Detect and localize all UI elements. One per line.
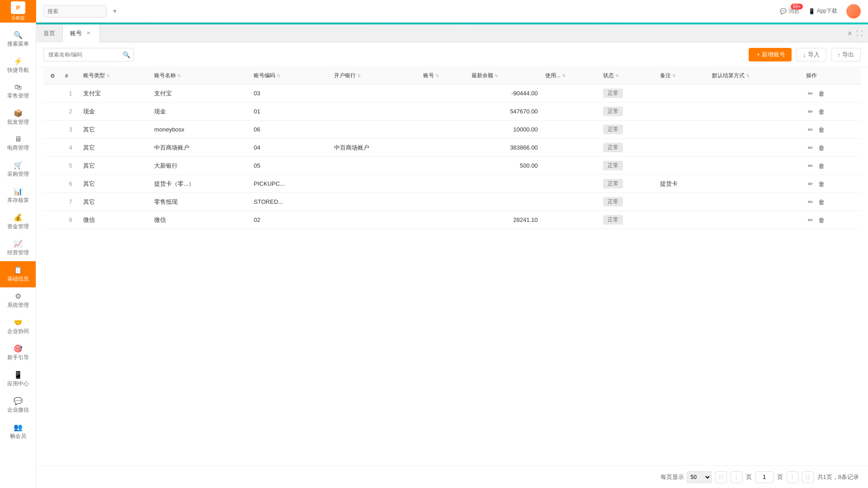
cell-balance-5: [468, 175, 542, 193]
cell-type-5: 其它: [80, 175, 151, 193]
search-button[interactable]: 🔍: [123, 51, 130, 58]
sidebar-item-1[interactable]: ⚡ 快捷导航: [0, 52, 36, 79]
export-button[interactable]: ↑ 导出: [831, 48, 861, 61]
tab-close-window-icon[interactable]: ✕: [847, 30, 853, 37]
header-dropdown-arrow[interactable]: ▼: [112, 8, 118, 14]
sidebar-item-10[interactable]: ⚙ 系统管理: [0, 287, 36, 314]
cell-balance-0: -90444.00: [468, 84, 542, 103]
sidebar-item-2[interactable]: 🛍 零售管理: [0, 79, 36, 104]
page-size-select[interactable]: 50 20 100: [687, 471, 712, 483]
cell-name-1: 现金: [151, 103, 250, 121]
cell-type-7: 微信: [80, 211, 151, 229]
next-page-button[interactable]: ⟩: [787, 471, 798, 483]
sidebar-item-14[interactable]: 💬 企业微信: [0, 392, 36, 418]
cell-num-7: 8: [61, 211, 80, 229]
edit-button-5[interactable]: ✏: [806, 179, 815, 188]
delete-button-6[interactable]: 🗑: [816, 197, 826, 206]
sidebar-item-13[interactable]: 📱 应用中心: [0, 366, 36, 392]
th-code[interactable]: 账号编码⇅: [250, 67, 330, 84]
sidebar-label-0: 搜索菜单: [7, 40, 29, 48]
th-usage[interactable]: 使用...⇅: [542, 67, 599, 84]
edit-button-6[interactable]: ✏: [806, 197, 815, 206]
tab-account[interactable]: 账号 ✕: [63, 24, 100, 42]
cell-operation-6: ✏ 🗑: [802, 193, 861, 211]
sidebar-item-15[interactable]: 👥 畅会员: [0, 418, 36, 445]
total-label: 共1页，8条记录: [817, 473, 859, 481]
delete-button-7[interactable]: 🗑: [816, 216, 826, 225]
tab-home[interactable]: 首页: [36, 24, 63, 42]
sidebar-item-3[interactable]: 📦 批发管理: [0, 104, 36, 131]
edit-button-1[interactable]: ✏: [806, 107, 815, 116]
delete-button-2[interactable]: 🗑: [816, 125, 826, 134]
edit-button-2[interactable]: ✏: [806, 125, 815, 134]
cell-settings-7: [43, 211, 61, 229]
th-account[interactable]: 账号⇅: [420, 67, 468, 84]
sidebar-icon-3: 📦: [14, 109, 23, 117]
delete-button-3[interactable]: 🗑: [816, 143, 826, 152]
cell-operation-5: ✏ 🗑: [802, 175, 861, 193]
cell-type-3: 其它: [80, 139, 151, 157]
th-name[interactable]: 账号名称⇅: [151, 67, 250, 84]
cell-name-4: 大新银行: [151, 157, 250, 175]
app-download-label: App下载: [817, 7, 837, 15]
th-balance[interactable]: 最新余额⇅: [468, 67, 542, 84]
sidebar-item-8[interactable]: 📈 经营管理: [0, 235, 36, 261]
th-settings[interactable]: ⚙: [43, 67, 61, 84]
sidebar-item-4[interactable]: 🖥 电商管理: [0, 131, 36, 156]
sidebar-label-6: 库存核算: [7, 197, 29, 204]
cell-operation-1: ✏ 🗑: [802, 103, 861, 121]
tab-maximize-icon[interactable]: ⛶: [856, 30, 863, 37]
sidebar-icon-15: 👥: [14, 423, 23, 432]
cell-bank-1: [330, 103, 420, 121]
th-bank[interactable]: 开户银行⇅: [330, 67, 420, 84]
first-page-button[interactable]: ⟨⟨: [715, 471, 727, 483]
header-search-input[interactable]: [43, 5, 107, 18]
th-type[interactable]: 账号类型⇅: [80, 67, 151, 84]
sidebar-label-2: 零售管理: [7, 92, 29, 100]
sidebar-item-6[interactable]: 📊 库存核算: [0, 183, 36, 209]
user-avatar[interactable]: [846, 4, 861, 19]
sidebar-label-15: 畅会员: [10, 432, 26, 440]
import-button[interactable]: ↓ 导入: [796, 48, 826, 61]
search-input[interactable]: [43, 48, 134, 61]
table-wrap: ⚙ # 账号类型⇅ 账号名称⇅ 账号编码⇅ 开户银行⇅ 账号⇅ 最新余额⇅ 使用…: [36, 67, 868, 465]
delete-button-4[interactable]: 🗑: [816, 161, 826, 170]
th-default-payment[interactable]: 默认结算方式⇅: [708, 67, 802, 84]
sidebar-item-5[interactable]: 🛒 采购管理: [0, 156, 36, 183]
table-row: 5 其它 大新银行 05 500.00 正常 ✏ 🗑: [43, 157, 861, 175]
prev-page-button[interactable]: ⟨: [731, 471, 742, 483]
cell-status-2: 正常: [599, 121, 656, 139]
sidebar-item-0[interactable]: 🔍 搜索菜单: [0, 26, 36, 52]
cell-usage-3: [542, 139, 599, 157]
sidebar-item-12[interactable]: 🎯 新手引导: [0, 340, 36, 366]
cell-default-payment-0: [708, 84, 802, 103]
edit-button-7[interactable]: ✏: [806, 216, 815, 225]
cell-type-1: 现金: [80, 103, 151, 121]
cell-settings-6: [43, 193, 61, 211]
app-download-button[interactable]: 📱 App下载: [808, 7, 837, 15]
last-page-button[interactable]: ⟩⟩: [802, 471, 814, 483]
edit-button-0[interactable]: ✏: [806, 89, 815, 98]
sidebar-item-11[interactable]: 🤝 企业协同: [0, 314, 36, 340]
add-account-button[interactable]: + 新增账号: [749, 48, 792, 61]
edit-button-3[interactable]: ✏: [806, 143, 815, 152]
cell-settings-5: [43, 175, 61, 193]
delete-button-0[interactable]: 🗑: [816, 89, 826, 98]
cell-remark-2: [656, 121, 708, 139]
delete-button-5[interactable]: 🗑: [816, 179, 826, 188]
cell-name-0: 支付宝: [151, 84, 250, 103]
cell-code-2: 06: [250, 121, 330, 139]
message-button[interactable]: 💬 消息 99+: [780, 7, 799, 15]
sidebar-icon-13: 📱: [14, 371, 23, 379]
sidebar-item-7[interactable]: 💰 资金管理: [0, 209, 36, 235]
edit-button-4[interactable]: ✏: [806, 161, 815, 170]
page-number-input[interactable]: [755, 471, 774, 483]
th-remark[interactable]: 备注⇅: [656, 67, 708, 84]
sidebar-item-9[interactable]: 📋 基础信息: [0, 261, 36, 287]
tab-account-close[interactable]: ✕: [85, 29, 92, 37]
th-status[interactable]: 状态⇅: [599, 67, 656, 84]
sidebar-label-12: 新手引导: [7, 354, 29, 361]
cell-code-0: 03: [250, 84, 330, 103]
delete-button-1[interactable]: 🗑: [816, 107, 826, 116]
cell-remark-1: [656, 103, 708, 121]
